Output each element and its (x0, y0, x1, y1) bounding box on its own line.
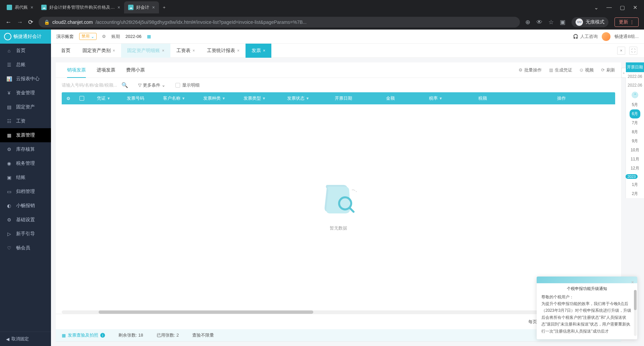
month-12[interactable]: 12月 (626, 164, 644, 173)
video-link[interactable]: ⊙视频 (580, 67, 594, 73)
filter-icon[interactable]: ▼ (262, 96, 266, 100)
sidebar-item-home[interactable]: ⌂首页 (0, 44, 51, 58)
sidebar-item-settings[interactable]: ⚙基础设置 (0, 213, 51, 227)
refresh-action[interactable]: ⟳刷新 (601, 67, 615, 73)
sidebar-item-member[interactable]: ♡畅会员 (0, 241, 51, 255)
month-1[interactable]: 1月 (626, 180, 644, 189)
new-tab-button[interactable]: ＋ (159, 1, 170, 13)
close-icon[interactable]: × (152, 5, 155, 10)
show-detail-toggle[interactable]: 显示明细 (175, 82, 200, 88)
user-name[interactable]: 畅捷通B组... (614, 34, 639, 40)
th-amount[interactable]: 金额 (367, 95, 414, 101)
sidebar-item-archive[interactable]: ▭归档管理 (0, 185, 51, 199)
th-rate[interactable]: 税率▼ (414, 95, 458, 101)
month-6[interactable]: 6月 (630, 109, 640, 118)
close-icon[interactable]: × (31, 5, 33, 10)
date-year-b[interactable]: 2022.06 (626, 81, 644, 90)
th-tax[interactable]: 税额 (458, 95, 508, 101)
month-8[interactable]: 8月 (626, 128, 644, 137)
th-type[interactable]: 发票类型▼ (233, 95, 276, 101)
sidebar-item-funds[interactable]: ¥资金管理 (0, 86, 51, 100)
avatar[interactable] (602, 32, 610, 41)
period-value[interactable]: 2022-06 (125, 34, 142, 39)
close-icon[interactable]: × (117, 5, 120, 10)
close-all-icon[interactable]: × (617, 47, 625, 55)
page-tab-asset-category[interactable]: 固定资产类别× (76, 44, 121, 58)
sidebar-item-ledger[interactable]: ☰总账 (0, 58, 51, 72)
dropdown-icon[interactable]: ⌄ (594, 4, 598, 11)
sidebar-item-invoice[interactable]: ▦发票管理 (0, 128, 51, 142)
month-9[interactable]: 9月 (626, 137, 644, 146)
back-icon[interactable]: ← (5, 19, 11, 26)
sidebar-item-tax[interactable]: ◉税务管理 (0, 156, 51, 170)
page-tab-salary-report[interactable]: 工资统计报表× (201, 44, 246, 58)
date-year-a[interactable]: 2022.06 (626, 72, 644, 81)
info-icon[interactable]: i (100, 333, 105, 338)
generate-voucher[interactable]: ▥生成凭证 (549, 67, 572, 73)
month-5[interactable]: 5月 (626, 100, 644, 109)
th-customer[interactable]: 客户名称▼ (152, 95, 196, 101)
subtab-purchase-invoice[interactable]: 进项发票 (91, 62, 121, 78)
close-icon[interactable]: × (237, 48, 239, 53)
month-10[interactable]: 10月 (626, 146, 644, 155)
star-icon[interactable]: ☆ (548, 18, 554, 26)
month-11[interactable]: 11月 (626, 155, 644, 164)
close-icon[interactable]: × (162, 48, 164, 53)
th-settings[interactable]: ⚙ (62, 96, 75, 101)
filter-icon[interactable]: ▼ (306, 96, 310, 100)
th-cert[interactable]: 凭证▼ (89, 95, 119, 101)
subtab-expense-receipt[interactable]: 费用小票 (121, 62, 150, 78)
th-date[interactable]: 开票日期 (320, 95, 367, 101)
filter-icon[interactable]: ▼ (439, 96, 443, 100)
close-icon[interactable]: ✕ (633, 4, 637, 11)
search-icon[interactable]: 🔍 (121, 82, 128, 88)
footer-title[interactable]: ▦ 发票查验及拍照 i (62, 332, 105, 338)
close-icon[interactable]: × (631, 279, 634, 287)
sidebar-item-inventory[interactable]: ⚙库存核算 (0, 142, 51, 156)
more-conditions[interactable]: ▽ 更多条件 ⌄ (138, 82, 165, 88)
update-button[interactable]: 更新 ⋮ (614, 17, 639, 27)
zoom-icon[interactable]: ⊕ (525, 18, 530, 26)
th-status[interactable]: 发票状态▼ (276, 95, 320, 101)
close-icon[interactable]: × (263, 48, 265, 53)
filter-icon[interactable]: ▼ (222, 96, 226, 100)
th-number[interactable]: 发票号码 (119, 95, 152, 101)
page-tab-invoice[interactable]: 发票× (246, 44, 271, 58)
month-2[interactable]: 2月 (626, 189, 644, 198)
subtab-sales-invoice[interactable]: 销项发票 (62, 62, 91, 78)
search-input[interactable] (62, 81, 119, 89)
sidebar-collapse[interactable]: ◀ 取消固定 (0, 332, 51, 346)
minimize-icon[interactable]: ― (606, 4, 612, 11)
sidebar-item-assets[interactable]: ▤固定资产 (0, 100, 51, 114)
year-badge[interactable]: 2023 (626, 174, 638, 179)
batch-action[interactable]: ⚙批量操作 (519, 67, 542, 73)
filter-icon[interactable]: ▼ (182, 96, 185, 100)
scrollbar-thumb[interactable] (99, 310, 313, 314)
sidebar-item-close[interactable]: ▣结账 (0, 170, 51, 185)
scroll-up-icon[interactable]: ⌃ (632, 92, 638, 98)
close-icon[interactable]: × (113, 48, 115, 53)
horizontal-scrollbar[interactable] (62, 310, 615, 314)
support-link[interactable]: 🎧 人工咨询 (573, 34, 598, 40)
disable-tag[interactable]: 禁用 ⌄ (79, 33, 97, 40)
sidebar-item-salary[interactable]: ☷工资 (0, 114, 51, 128)
browser-tab-2[interactable]: ☁ 好会计 × (124, 1, 159, 13)
page-tab-asset-detail[interactable]: 固定资产明细账× (121, 44, 170, 58)
account-name[interactable]: 演示账套 (56, 34, 74, 40)
checkbox[interactable] (79, 96, 84, 101)
page-tab-home[interactable]: 首页 (55, 44, 76, 58)
th-kind[interactable]: 发票种类▼ (196, 95, 233, 101)
expand-icon[interactable]: « (621, 68, 626, 78)
sidebar-item-reports[interactable]: 📊云报表中心 (0, 72, 51, 86)
page-tab-salary[interactable]: 工资表× (170, 44, 201, 58)
url-bar[interactable]: 🔒 cloud2.chanjet.com/accounting/uh26t264… (39, 17, 520, 28)
month-7[interactable]: 7月 (626, 118, 644, 128)
extension-icon[interactable]: ▣ (560, 18, 566, 26)
calendar-icon[interactable]: ▦ (147, 34, 151, 39)
gear-icon[interactable]: ⚙ (102, 34, 106, 39)
checkbox[interactable] (175, 83, 180, 88)
filter-icon[interactable]: ▼ (107, 96, 111, 100)
notif-scrollbar[interactable] (634, 290, 637, 336)
close-icon[interactable]: × (193, 48, 195, 53)
th-checkbox[interactable] (75, 96, 89, 101)
